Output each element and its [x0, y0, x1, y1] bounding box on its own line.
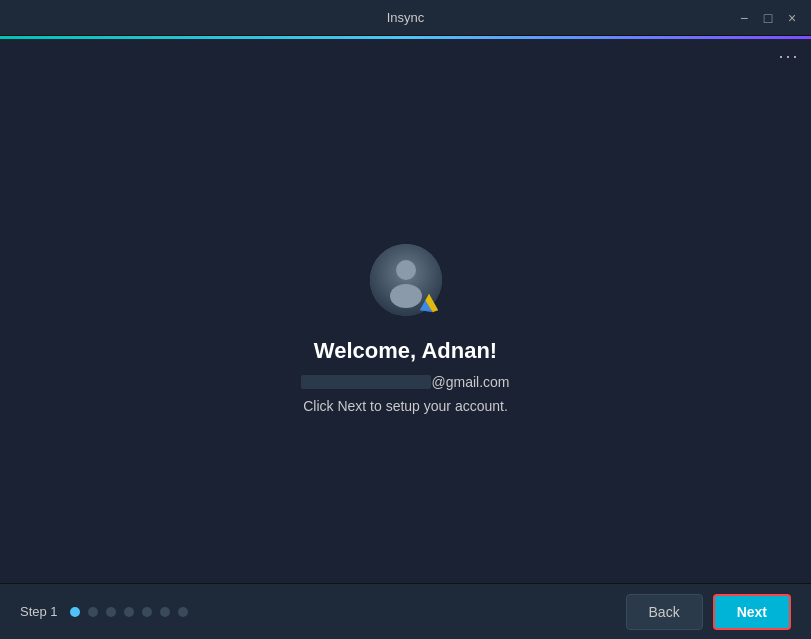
main-content: Welcome, Adnan! @gmail.com Click Next to…: [0, 75, 811, 583]
step-dot-4: [124, 607, 134, 617]
instruction-text: Click Next to setup your account.: [303, 398, 508, 414]
step-label: Step 1: [20, 604, 58, 619]
email-redacted: [301, 375, 431, 389]
email-domain: @gmail.com: [431, 374, 509, 390]
next-button[interactable]: Next: [713, 594, 791, 630]
back-button[interactable]: Back: [626, 594, 703, 630]
more-options-icon[interactable]: ⋮: [779, 47, 799, 67]
step-dot-5: [142, 607, 152, 617]
drive-badge: [418, 292, 440, 314]
step-dot-6: [160, 607, 170, 617]
minimize-button[interactable]: −: [735, 9, 753, 27]
title-bar-controls: − □ ×: [537, 9, 801, 27]
step-dot-1: [70, 607, 80, 617]
bottom-bar: Step 1 Back Next: [0, 583, 811, 639]
title-bar: Insync − □ ×: [0, 0, 811, 36]
svg-point-1: [396, 260, 416, 280]
step-dot-7: [178, 607, 188, 617]
avatar-container: [370, 244, 442, 316]
welcome-title: Welcome, Adnan!: [314, 338, 497, 364]
step-dot-2: [88, 607, 98, 617]
menu-area: ⋮: [0, 39, 811, 75]
maximize-button[interactable]: □: [759, 9, 777, 27]
step-indicator: Step 1: [20, 604, 188, 619]
close-button[interactable]: ×: [783, 9, 801, 27]
bottom-buttons: Back Next: [626, 594, 791, 630]
step-dot-3: [106, 607, 116, 617]
window-title: Insync: [274, 10, 538, 25]
email-row: @gmail.com: [301, 374, 509, 390]
